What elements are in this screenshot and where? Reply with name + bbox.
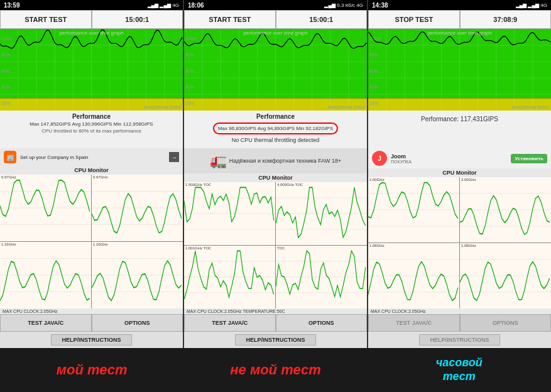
stop-test-button[interactable]: STOP TEST (368, 10, 460, 29)
help-bar: HELP/INSTRUCTIONS (0, 332, 183, 348)
promo-icon: 🏢 (4, 151, 16, 163)
caption-1: мой тест (0, 348, 183, 392)
cpu-freq-label-0-1: 4.000GHz TOC (277, 183, 303, 187)
y-axis-labels: 100%80%60%40%20% (1, 36, 13, 106)
top-bar: START TEST15:00:1 (0, 10, 183, 29)
options-button[interactable]: OPTIONS (92, 314, 183, 332)
caption-row: мой тестне мой тестчасовой тест (0, 348, 551, 392)
performance-graph: performance over time graph100%80%60%40%… (368, 29, 551, 111)
cpu-freq-label-0-0: 1.500GHz TOC (185, 183, 211, 187)
cpu-freq-label-1-1: 1.08GHz (461, 244, 476, 248)
bottom-bar: TEST JAVA/COPTIONS (368, 314, 551, 332)
max-cpu-info: MAX CPU CLOCK:2.05GHz (368, 308, 551, 314)
promo-banner[interactable]: 🏢Set up your Company in Spain→ (0, 148, 183, 166)
perf-stats: Performance: 117,431GIPS (372, 116, 547, 122)
status-icons: ▂▄▆ 0.3 Кб/с 4G (324, 3, 363, 8)
options-button[interactable]: OPTIONS (460, 314, 552, 332)
status-time: 14:38 (372, 2, 388, 9)
perf-stats: Max 147,852GIPS Avg 130,996GIPS Min 112,… (4, 121, 179, 127)
help-instructions-button[interactable]: HELP/INSTRUCTIONS (51, 334, 131, 346)
cpu-cell-0-1: 0.97GHz (92, 175, 183, 241)
joom-install-button[interactable]: Установить (511, 154, 547, 163)
timer-display: 15:00:1 (276, 10, 368, 29)
timer-display: 37:08:9 (460, 10, 552, 29)
promo-arrow[interactable]: → (169, 152, 179, 162)
time-interval-label: time(interval 2min) (144, 105, 180, 109)
start-test-button[interactable]: START TEST (0, 10, 92, 29)
bottom-bar: TEST JAVA/COPTIONS (184, 314, 367, 332)
cpu-freq-label-1-0: 1.16GHz (1, 242, 16, 246)
joom-info: JoomПОКУПКА (391, 153, 507, 164)
test-javac-button[interactable]: TEST JAVA/C (184, 314, 276, 332)
cpu-monitor-label: CPU Monitor (184, 173, 367, 182)
status-icons: ▂▄▆ ▂▄▆ 4G (516, 3, 547, 8)
joom-sub: ПОКУПКА (391, 160, 507, 164)
cpu-monitor-label: CPU Monitor (0, 166, 183, 175)
truck-icon: 🚛 (210, 153, 227, 169)
max-cpu-info: MAX CPU CLOCK:2.05GHz TEMPERATURE:50C (184, 308, 367, 314)
phone-3: 14:38▂▄▆ ▂▄▆ 4GSTOP TEST37:08:9performan… (368, 0, 551, 348)
joom-icon: J (372, 151, 387, 166)
cpu-freq-label-0-1: 2.00GHz (461, 178, 476, 182)
help-bar: HELP/INSTRUCTIONS (368, 332, 551, 348)
cpu-freq-label-0-1: 0.97GHz (93, 175, 108, 179)
perf-note: No CPU thermal throttling detected (188, 137, 363, 143)
cpu-cell-0-0: 0.97GHz (0, 175, 91, 241)
cpu-cell-0-0: 2.00GHz (368, 177, 459, 242)
performance-section: PerformanceMax 96,830GIPS Avg 94,893GIPS… (184, 111, 367, 148)
cpu-cell-0-0: 1.500GHz TOC (184, 182, 275, 245)
phones-container: 13:59▂▄▆ ▂▄▆ 4GSTART TEST15:00:1performa… (0, 0, 551, 348)
cpu-cell-1-0: 1.001GHz TOC (184, 246, 275, 308)
cpu-cell-1-0: 1.16GHz (0, 242, 91, 308)
cpu-cell-0-1: 4.000GHz TOC (276, 182, 367, 245)
performance-section: Performance: 117,431GIPS (368, 111, 551, 148)
y-axis-labels: 100%80%60%40%20% (185, 36, 197, 106)
cpu-freq-label-0-0: 2.00GHz (369, 178, 385, 182)
graph-label: performance over time graph (59, 30, 124, 36)
phone-1: 13:59▂▄▆ ▂▄▆ 4GSTART TEST15:00:1performa… (0, 0, 184, 348)
top-bar: STOP TEST37:08:9 (368, 10, 551, 29)
perf-stats-highlighted: Max 96,830GIPS Avg 94,893GIPS Min 92,182… (218, 126, 333, 131)
help-instructions-button[interactable]: HELP/INSTRUCTIONS (419, 334, 499, 346)
cpu-cell-1-1: 1.16GHz (92, 242, 183, 308)
cpu-freq-label-1-0: 1.001GHz TOC (185, 246, 211, 250)
graph-label: performance over time graph (427, 30, 492, 36)
cpu-freq-label-1-0: 1.08GHz (369, 244, 385, 248)
help-instructions-button[interactable]: HELP/INSTRUCTIONS (235, 334, 315, 346)
status-bar: 13:59▂▄▆ ▂▄▆ 4G (0, 0, 183, 10)
performance-section: PerformanceMax 147,852GIPS Avg 130,996GI… (0, 111, 183, 148)
cpu-monitor: 0.97GHz0.97GHz1.16GHz1.16GHz (0, 175, 183, 308)
ad-text: Надёжная и комфортная техника FAW 18+ (229, 158, 341, 164)
cpu-freq-label-0-0: 0.97GHz (1, 175, 16, 179)
test-javac-button[interactable]: TEST JAVA/C (368, 314, 460, 332)
status-bar: 14:38▂▄▆ ▂▄▆ 4G (368, 0, 551, 10)
ad-banner[interactable]: 🚛Надёжная и комфортная техника FAW 18+ (184, 148, 367, 173)
cpu-monitor-label: CPU Monitor (368, 168, 551, 177)
joom-banner[interactable]: JJoomПОКУПКАУстановить (368, 148, 551, 168)
test-javac-button[interactable]: TEST JAVA/C (0, 314, 92, 332)
cpu-cell-0-1: 2.00GHz (460, 177, 551, 242)
bottom-bar: TEST JAVA/COPTIONS (0, 314, 183, 332)
cpu-cell-1-1: 1.08GHz (460, 243, 551, 308)
y-axis-labels: 100%80%60%40%20% (369, 36, 381, 106)
caption-3: часовой тест (368, 348, 551, 392)
max-cpu-info: MAX CPU CLOCK:2.05GHz (0, 308, 183, 314)
promo-text: Set up your Company in Spain (20, 155, 165, 160)
status-icons: ▂▄▆ ▂▄▆ 4G (148, 3, 179, 8)
start-test-button[interactable]: START TEST (184, 10, 276, 29)
cpu-monitor: 2.00GHz2.00GHz1.08GHz1.08GHz (368, 177, 551, 308)
graph-label: performance over time graph (243, 30, 308, 36)
cpu-freq-label-1-1: 1.16GHz (93, 242, 108, 246)
options-button[interactable]: OPTIONS (276, 314, 368, 332)
top-bar: START TEST15:00:1 (184, 10, 367, 29)
cpu-monitor: 1.500GHz TOC4.000GHz TOC1.001GHz TOCTOC (184, 182, 367, 308)
performance-graph: performance over time graph100%80%60%40%… (184, 29, 367, 111)
caption-2: не мой тест (183, 348, 367, 392)
perf-title: Performance (4, 113, 179, 120)
perf-note: CPU throttled to 80% of its max performa… (4, 128, 179, 134)
status-time: 18:06 (188, 2, 204, 9)
time-interval-label: time(interval 2min) (328, 105, 364, 109)
timer-display: 15:00:1 (92, 10, 183, 29)
status-bar: 18:06▂▄▆ 0.3 Кб/с 4G (184, 0, 367, 10)
cpu-cell-1-1: TOC (276, 246, 367, 308)
